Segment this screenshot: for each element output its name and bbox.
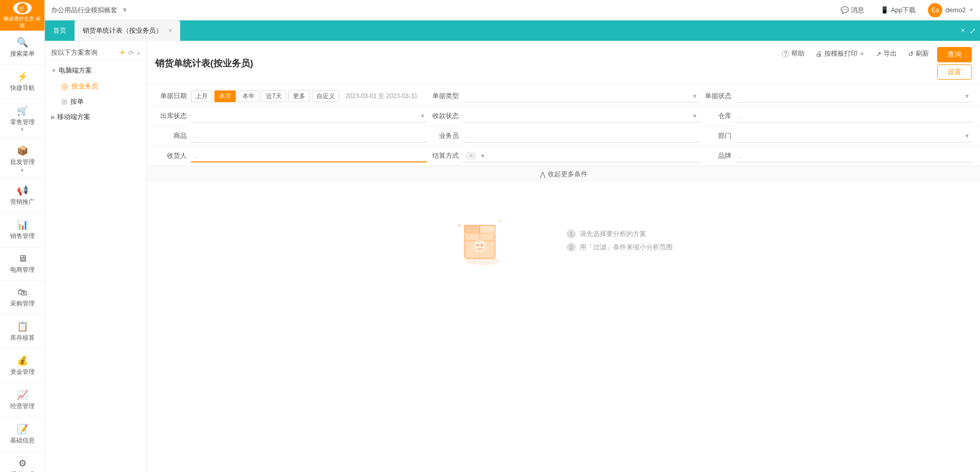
empty-illustration: ✦ ✦ ✦ (454, 213, 510, 269)
tab-home[interactable]: 首页 (45, 20, 75, 41)
sidebar-item-operation[interactable]: 📈 经营管理 (0, 383, 44, 417)
brand-filter-control[interactable]: ... (736, 149, 972, 162)
stock-filter-label: 出库状态 (155, 111, 191, 121)
sidebar-item-ecommerce[interactable]: 🖥 电商管理 (0, 247, 44, 281)
sidebar-item-sales[interactable]: 📊 销售管理 (0, 213, 44, 247)
date-btn-last-month[interactable]: 上月 (191, 90, 212, 102)
print-label: 按模板打印 (824, 49, 857, 58)
add-scheme-btn[interactable]: + (120, 48, 125, 57)
refresh-scheme-btn[interactable]: ⟳ (128, 49, 134, 57)
sidebar-item-label: 电商管理 (10, 266, 35, 274)
tip-item-2: 2 用「过滤」条件来缩小分析范围 (567, 243, 673, 252)
status-filter-control[interactable]: ▼ (736, 89, 972, 103)
tab-close-icon[interactable]: × (168, 27, 172, 34)
tip-num-2: 2 (567, 243, 576, 252)
sidebar-item-wholesale[interactable]: 📦 批发管理 ▲ (0, 139, 44, 179)
tab-sales-stat[interactable]: 销货单统计表（按业务员） × (75, 20, 180, 41)
help-label: 帮助 (791, 49, 804, 58)
filter-row-1-inner: 单据日期 上月 本月 本年 近7天 更多 自定义 2023-03-01 至 20… (155, 89, 972, 103)
staff-placeholder: ... (465, 132, 697, 139)
stock-filter-control[interactable]: ▼ (191, 109, 427, 123)
tree-sub-label: 按业务员 (71, 82, 98, 91)
message-btn[interactable]: 💬 消息 (837, 4, 868, 17)
filter-row-3: 商品 ... 业务员 ... 部门 (147, 126, 980, 146)
account-selector[interactable]: 办公用品行业模拟账套 (51, 6, 117, 15)
type-filter-control[interactable]: ▼ (463, 89, 699, 103)
tab-close-all-icon[interactable]: × (961, 26, 965, 35)
active-scheme-icon: ◎ (61, 81, 68, 91)
export-btn[interactable]: ↗ 导出 (872, 47, 901, 60)
header-right: 💬 消息 📱 App下载 Ea demo2 ▼ (837, 3, 974, 17)
tree-item-by-order[interactable]: ⊞ 按单 (45, 94, 146, 109)
shortcut-icon: ⚡ (17, 71, 28, 82)
empty-tips: 1 请先选择要分析的方案 2 用「过滤」条件来缩小分析范围 (567, 229, 673, 252)
status-filter-label: 单据状态 (700, 91, 736, 101)
user-name: demo2 (945, 6, 966, 14)
receiver-filter-cell: 收货人 ... (155, 149, 427, 162)
sidebar-item-inventory[interactable]: 📋 库存核算 (0, 315, 44, 349)
top-header: 办公用品行业模拟账套 ▼ 💬 消息 📱 App下载 Ea demo2 ▼ (45, 0, 980, 20)
refresh-btn[interactable]: ↺ 刷新 (904, 47, 933, 60)
sidebar-item-purchase[interactable]: 🛍 采购管理 (0, 281, 44, 315)
warehouse-filter-control[interactable]: ... (736, 109, 972, 123)
sidebar-item-label: 搜索菜单 (10, 50, 35, 58)
sidebar-item-retail[interactable]: 🛒 零售管理 ▼ (0, 99, 44, 139)
tree-desktop-group[interactable]: ▼ 电脑端方案 (45, 63, 146, 78)
dept-filter-cell: 部门 ▼ (700, 129, 972, 143)
tip-text-1: 请先选择要分析的方案 (580, 229, 646, 239)
sidebar-item-label: 销售管理 (10, 232, 35, 241)
type-filter-cell: 单据类型 ▼ (427, 89, 699, 103)
message-label: 消息 (851, 6, 864, 15)
sidebar-item-shortcut[interactable]: ⚡ 快捷导航 (0, 65, 44, 99)
query-button[interactable]: 查询 (937, 47, 972, 62)
date-btn-this-month[interactable]: 本月 (214, 90, 236, 102)
pay-filter-control[interactable]: ▼ (463, 109, 699, 123)
receiver-filter-control[interactable]: ... (191, 149, 427, 162)
expand-arrow: ▼ (20, 127, 25, 132)
sidebar-item-label: 快捷导航 (10, 84, 35, 92)
left-panel-title: 按以下方案查询 (51, 48, 97, 57)
system-icon: ⚙ (18, 458, 27, 469)
tree-mobile-group[interactable]: ▶ 移动端方案 (45, 109, 146, 125)
collapse-panel-btn[interactable]: « (137, 49, 140, 57)
help-btn[interactable]: ? 帮助 (778, 47, 808, 60)
right-action-btns: 查询 设置 (937, 47, 972, 80)
date-btn-more[interactable]: 更多 (288, 90, 310, 102)
app-download-btn[interactable]: 📱 App下载 (876, 4, 920, 17)
refresh-label: 刷新 (916, 49, 929, 58)
settlement-filter-control[interactable]: × ▼ (463, 149, 699, 162)
tree-group-label: 移动端方案 (57, 112, 90, 122)
filter-row-2: 出库状态 ▼ 收款状态 ▼ 仓库 (147, 106, 980, 126)
page-actions: ? 帮助 🖨 按模板打印 ▼ ↗ 导出 ↺ (778, 47, 933, 60)
tab-maximize-icon[interactable]: ⤢ (969, 26, 976, 36)
date-btn-custom[interactable]: 自定义 (312, 90, 339, 102)
goods-filter-control[interactable]: ... (191, 129, 427, 143)
tree-item-by-staff[interactable]: ◎ 按业务员 (45, 78, 146, 94)
tree-group-label: 电脑端方案 (59, 66, 92, 75)
sidebar-item-label: 库存核算 (10, 334, 35, 342)
sidebar-item-finance[interactable]: 💰 资金管理 (0, 349, 44, 383)
setting-button[interactable]: 设置 (937, 64, 972, 80)
page-header: 销货单统计表(按业务员) ? 帮助 🖨 按模板打印 ▼ ↗ (147, 41, 980, 84)
settlement-tag: × (465, 152, 477, 160)
user-profile[interactable]: Ea demo2 ▼ (928, 3, 974, 17)
logo-text: 畅捷通好生意 标版 (3, 15, 42, 29)
export-icon: ↗ (876, 50, 881, 58)
sidebar-item-marketing[interactable]: 📢 营销推广 (0, 179, 44, 213)
tab-home-label: 首页 (53, 26, 66, 35)
print-btn[interactable]: 🖨 按模板打印 ▼ (812, 47, 869, 60)
date-btn-this-year[interactable]: 本年 (238, 90, 259, 102)
user-dropdown-icon: ▼ (969, 7, 974, 13)
settlement-tag-close[interactable]: × (469, 152, 473, 159)
avatar: Ea (928, 3, 942, 17)
staff-filter-control[interactable]: ... (463, 129, 699, 143)
sidebar-item-search[interactable]: 🔍 搜索菜单 (0, 31, 44, 65)
dept-filter-control[interactable]: ▼ (736, 129, 972, 143)
svg-text:✦: ✦ (498, 218, 502, 224)
account-dropdown-icon[interactable]: ▼ (121, 6, 128, 14)
svg-point-9 (474, 240, 486, 252)
date-btn-7days[interactable]: 近7天 (261, 90, 286, 102)
collapse-btn[interactable]: ⋀ 收起更多条件 (147, 166, 980, 182)
sidebar-item-system[interactable]: ⚙ 系统管理 (0, 452, 44, 472)
sidebar-item-basic[interactable]: 📝 基础信息 (0, 417, 44, 452)
